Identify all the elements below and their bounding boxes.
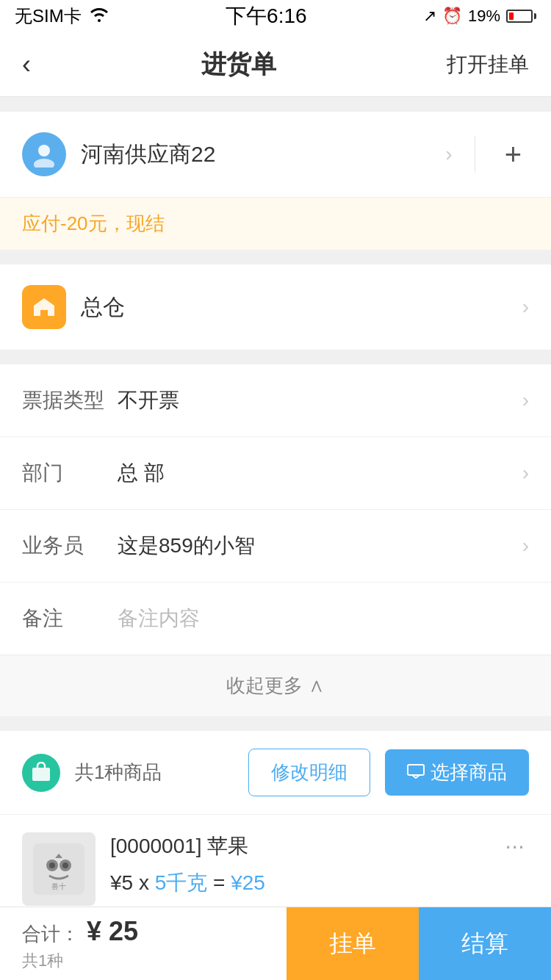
total-sub: 共1种 — [22, 950, 264, 972]
department-value: 总 部 — [118, 459, 522, 487]
alarm-icon: ⏰ — [442, 7, 462, 26]
edit-detail-button[interactable]: 修改明细 — [248, 749, 370, 796]
invoice-value: 不开票 — [118, 386, 522, 414]
location-icon: ↗ — [423, 7, 436, 26]
department-chevron-icon: › — [522, 461, 529, 485]
product-qty: 5千克 — [155, 871, 208, 894]
salesperson-value: 这是859的小智 — [118, 532, 522, 560]
divider — [475, 136, 475, 173]
select-product-button[interactable]: 选择商品 — [385, 749, 529, 796]
remark-placeholder[interactable]: 备注内容 — [118, 605, 529, 633]
total-value: ¥ 25 — [87, 916, 138, 947]
svg-rect-3 — [32, 768, 50, 781]
add-button[interactable]: + — [497, 138, 529, 171]
page-title: 进货单 — [201, 48, 276, 82]
battery-percent: 19% — [468, 7, 500, 26]
section-gap-1 — [0, 97, 551, 112]
products-header: 共1种商品 修改明细 选择商品 — [0, 731, 551, 814]
supplier-row[interactable]: 河南供应商22 › + — [0, 112, 551, 198]
status-right: ↗ ⏰ 19% — [423, 7, 536, 26]
svg-text:兽十: 兽十 — [51, 882, 66, 890]
product-info: [0000001] 苹果 ¥5 x 5千克 = ¥25 — [110, 832, 486, 897]
warehouse-icon — [22, 285, 66, 329]
status-left: 无SIM卡 — [15, 4, 109, 28]
products-section: 共1种商品 修改明细 选择商品 兽十 — [0, 731, 551, 923]
bottom-bar: 合计： ¥ 25 共1种 挂单 结算 — [0, 907, 551, 980]
product-count-icon — [22, 754, 60, 792]
status-time: 下午6:16 — [226, 2, 307, 30]
svg-rect-4 — [408, 765, 424, 775]
total-area: 合计： ¥ 25 共1种 — [0, 907, 287, 980]
svg-rect-2 — [40, 310, 48, 316]
svg-point-0 — [38, 145, 50, 156]
back-button[interactable]: ‹ — [22, 49, 31, 80]
form-row-salesperson[interactable]: 业务员 这是859的小智 › — [0, 509, 551, 582]
product-unit-price: ¥5 x — [110, 871, 155, 894]
product-name-text: 苹果 — [207, 835, 248, 857]
section-gap-2 — [0, 250, 551, 264]
warehouse-name: 总仓 — [81, 292, 508, 323]
nav-bar: ‹ 进货单 打开挂单 — [0, 32, 551, 97]
svg-point-1 — [34, 159, 54, 167]
section-gap-3 — [0, 350, 551, 364]
form-row-department[interactable]: 部门 总 部 › — [0, 436, 551, 509]
supplier-avatar — [22, 132, 66, 176]
settle-button[interactable]: 结算 — [419, 907, 551, 980]
wifi-icon — [89, 6, 109, 26]
supplier-name: 河南供应商22 — [81, 140, 431, 170]
svg-point-9 — [62, 862, 68, 868]
open-hang-button[interactable]: 打开挂单 — [447, 51, 529, 79]
product-name: [0000001] 苹果 — [110, 832, 486, 860]
warehouse-section: 总仓 › — [0, 264, 551, 350]
invoice-label: 票据类型 — [22, 386, 118, 414]
product-count-text: 共1种商品 — [75, 760, 234, 785]
supplier-section: 河南供应商22 › + 应付-20元，现结 — [0, 112, 551, 250]
remark-label: 备注 — [22, 605, 118, 633]
select-product-label: 选择商品 — [431, 760, 507, 785]
warehouse-chevron-icon: › — [522, 295, 529, 319]
supplier-chevron-icon: › — [445, 143, 452, 166]
collapse-label: 收起更多 ∧ — [226, 674, 324, 696]
product-price-eq: = — [213, 871, 231, 894]
form-row-remark[interactable]: 备注 备注内容 — [0, 582, 551, 655]
select-icon — [407, 761, 425, 784]
total-label: 合计： — [22, 921, 79, 947]
warehouse-row[interactable]: 总仓 › — [0, 264, 551, 350]
battery-icon — [506, 10, 536, 23]
svg-point-8 — [49, 862, 55, 868]
collapse-button[interactable]: 收起更多 ∧ — [0, 655, 551, 716]
product-price: ¥5 x 5千克 = ¥25 — [110, 869, 486, 897]
status-bar: 无SIM卡 下午6:16 ↗ ⏰ 19% — [0, 0, 551, 32]
carrier-label: 无SIM卡 — [15, 4, 82, 28]
product-thumbnail: 兽十 — [22, 832, 96, 906]
form-row-invoice[interactable]: 票据类型 不开票 › — [0, 364, 551, 436]
product-total: ¥25 — [231, 871, 265, 894]
section-gap-4 — [0, 716, 551, 731]
payment-notice: 应付-20元，现结 — [0, 198, 551, 250]
hang-button[interactable]: 挂单 — [287, 907, 419, 980]
product-code: [0000001] — [110, 835, 207, 857]
salesperson-label: 业务员 — [22, 532, 118, 560]
form-section: 票据类型 不开票 › 部门 总 部 › 业务员 这是859的小智 › 备注 备注… — [0, 364, 551, 716]
salesperson-chevron-icon: › — [522, 534, 529, 558]
department-label: 部门 — [22, 459, 118, 487]
invoice-chevron-icon: › — [522, 389, 529, 412]
product-more-button[interactable]: ··· — [500, 832, 529, 860]
